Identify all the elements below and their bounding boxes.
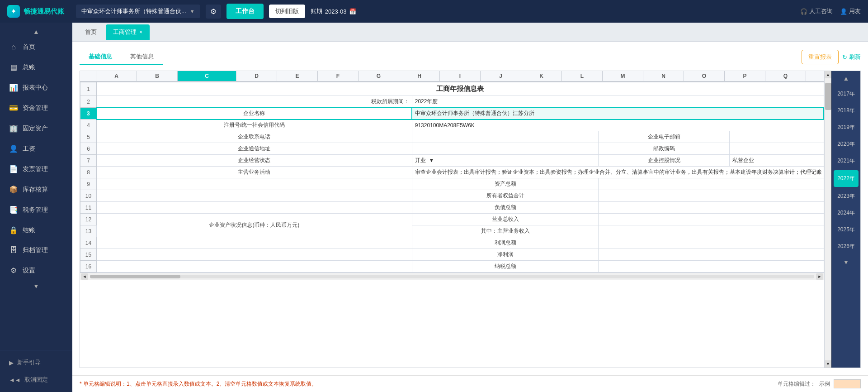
tab-basic-info[interactable]: 基础信息 [80, 49, 121, 65]
toolbar-right: 重置报表 ↻ 刷新 [802, 50, 861, 64]
cell-5-email-value[interactable] [730, 131, 824, 143]
refresh-button[interactable]: ↻ 刷新 [842, 53, 861, 61]
sidebar-scroll-up[interactable]: ▲ [0, 26, 72, 37]
cell-13-main-revenue-value[interactable] [599, 225, 824, 237]
year-item-2025[interactable]: 2025年 [832, 221, 860, 238]
sidebar-item-inventory[interactable]: 📦 库存核算 [0, 179, 72, 200]
refresh-icon: ↻ [842, 54, 847, 61]
cell-8-activity-value[interactable]: 审查企业会计报表；出具审计报告；验证企业资本；出具验资报告；办理企业合并、分立、… [412, 167, 824, 178]
company-settings-button[interactable]: ⚙ [206, 5, 221, 19]
sidebar-item-invoice[interactable]: 📄 发票管理 [0, 159, 72, 179]
spreadsheet-main[interactable]: A B C D E F G H I J K L M N O [80, 71, 824, 368]
col-header-j: J [481, 71, 521, 81]
cell-14-profit-label: 利润总额 [412, 237, 599, 249]
hscroll-right-arrow[interactable]: ► [816, 273, 823, 280]
sidebar-item-fund[interactable]: 💳 资金管理 [0, 98, 72, 118]
user-avatar[interactable]: 👤 用友 [840, 7, 861, 15]
cell-10-equity-value[interactable] [599, 190, 824, 202]
cell-12-revenue-label: 营业总收入 [412, 214, 599, 225]
sidebar-item-guide[interactable]: ▶ 新手引导 [0, 354, 72, 371]
vertical-scrollbar[interactable]: ▲ ▼ [824, 71, 831, 368]
sidebar-item-ledger[interactable]: ▤ 总账 [0, 57, 72, 77]
sidebar-item-home[interactable]: ⌂ 首页 [0, 37, 72, 57]
col-header-c: C [178, 71, 236, 81]
sidebar-item-close[interactable]: 🔒 结账 [0, 220, 72, 240]
year-item-2020[interactable]: 2020年 [832, 136, 860, 153]
workbench-button[interactable]: 工作台 [226, 4, 264, 19]
cell-16-tax-value[interactable] [599, 261, 824, 272]
tab-other-info[interactable]: 其他信息 [121, 49, 163, 65]
cell-7-status-value[interactable]: 开业 ▼ [412, 155, 599, 167]
table-row: 11 负债总额 [80, 202, 824, 214]
sidebar-item-tax[interactable]: 📑 税务管理 [0, 200, 72, 220]
calendar-icon[interactable]: 📅 [349, 8, 356, 15]
invoice-icon: 📄 [9, 165, 18, 173]
sidebar-item-report-label: 报表中心 [23, 84, 48, 92]
cell-12-revenue-value[interactable] [599, 214, 824, 225]
vscroll-thumb[interactable] [825, 83, 831, 110]
vscroll-up-arrow[interactable]: ▲ [825, 71, 831, 78]
year-item-2022[interactable]: 2022年 [834, 170, 859, 187]
year-item-2018[interactable]: 2018年 [832, 102, 860, 119]
cell-4-reg-label: 注册号/统一社会信用代码 [97, 120, 412, 131]
tab-home[interactable]: 首页 [78, 24, 104, 40]
cell-11-liab-value[interactable] [599, 202, 824, 214]
year-item-2021[interactable]: 2021年 [832, 153, 860, 169]
cell-12-assets-info-label: 企业资产状况信息(币种：人民币万元) [97, 214, 412, 237]
cell-15-empty [97, 249, 412, 261]
horizontal-scrollbar[interactable]: ◄ ► [80, 272, 824, 280]
tab-close-button[interactable]: × [139, 29, 142, 35]
tab-bar: 首页 工商管理 × [72, 23, 868, 42]
hscroll-track[interactable] [90, 275, 814, 278]
year-panel: ▲ 2017年 2018年 2019年 2020年 2021年 2022年 20… [831, 71, 860, 368]
sidebar-item-archive[interactable]: 🗄 归档管理 [0, 240, 72, 260]
cell-edit-hint: * 单元格编辑说明：1、点击单元格直接录入数值或文本。2、清空单元格数值或文本恢… [80, 380, 317, 388]
tab-business[interactable]: 工商管理 × [106, 24, 150, 40]
guide-label: 新手引导 [17, 359, 41, 367]
sidebar-scroll-down[interactable]: ▼ [0, 281, 72, 292]
cell-sample-label: 示例 [819, 380, 830, 388]
year-item-2019[interactable]: 2019年 [832, 119, 860, 136]
cell-6-addr-value[interactable] [412, 143, 599, 155]
cell-9-empty [97, 178, 412, 190]
cell-7-holding-value[interactable]: 私营企业 [730, 155, 824, 167]
cell-4-reg-value[interactable]: 91320100MA208E5W6K [412, 120, 824, 131]
cell-5-phone-value[interactable] [412, 131, 599, 143]
ai-service-button[interactable]: 🎧 人工咨询 [800, 7, 833, 15]
cell-6-postal-value[interactable] [730, 143, 824, 155]
year-item-2024[interactable]: 2024年 [832, 205, 860, 221]
table-row: 4 注册号/统一社会信用代码 91320100MA208E5W6K [80, 120, 824, 131]
company-selector[interactable]: 中审众环会计师事务所（特殊普通合伙... ▼ [76, 5, 200, 18]
year-panel-down-arrow[interactable]: ▼ [832, 255, 860, 269]
settings-icon: ⚙ [9, 266, 18, 275]
cell-15-net-profit-value[interactable] [599, 249, 824, 261]
year-item-2017[interactable]: 2017年 [832, 86, 860, 102]
cell-3-company-value[interactable]: 中审众环会计师事务所（特殊普通合伙）江苏分所 [412, 108, 824, 120]
cell-1-title[interactable]: 工商年报信息表 [97, 82, 824, 96]
hscroll-thumb[interactable] [90, 275, 180, 278]
year-item-2026[interactable]: 2026年 [832, 238, 860, 255]
sidebar-item-asset[interactable]: 🏢 固定资产 [0, 118, 72, 139]
year-item-2023[interactable]: 2023年 [832, 188, 860, 205]
salary-icon: 👤 [9, 144, 18, 153]
sidebar-item-report[interactable]: 📊 报表中心 [0, 77, 72, 98]
vscroll-track[interactable] [825, 78, 831, 360]
sidebar-item-salary[interactable]: 👤 工资 [0, 139, 72, 159]
cell-2-period-value[interactable]: 2022年度 [412, 96, 824, 108]
vscroll-down-arrow[interactable]: ▼ [825, 360, 831, 368]
col-header-d: D [236, 71, 277, 81]
sidebar-item-unpin[interactable]: ◄◄ 取消固定 [0, 371, 72, 388]
cell-14-profit-value[interactable] [599, 237, 824, 249]
sidebar-item-salary-label: 工资 [23, 145, 35, 153]
content-area: 首页 工商管理 × 基础信息 其他信息 重置报表 ↻ 刷新 [72, 23, 868, 392]
hscroll-left-arrow[interactable]: ◄ [81, 273, 88, 280]
col-headers-row: A B C D E F G H I J K L M N O [80, 71, 824, 82]
switch-version-button[interactable]: 切到旧版 [269, 5, 305, 18]
table-row: 10 所有者权益合计 [80, 190, 824, 202]
year-panel-up-arrow[interactable]: ▲ [832, 71, 860, 86]
cell-15-net-profit-label: 净利润 [412, 249, 599, 261]
table-row: 7 企业经营状态 开业 ▼ 企业控股情况 私营企业 [80, 155, 824, 167]
cell-9-assets-value[interactable] [599, 178, 824, 190]
reset-report-button[interactable]: 重置报表 [802, 50, 839, 64]
sidebar-item-settings[interactable]: ⚙ 设置 [0, 260, 72, 281]
